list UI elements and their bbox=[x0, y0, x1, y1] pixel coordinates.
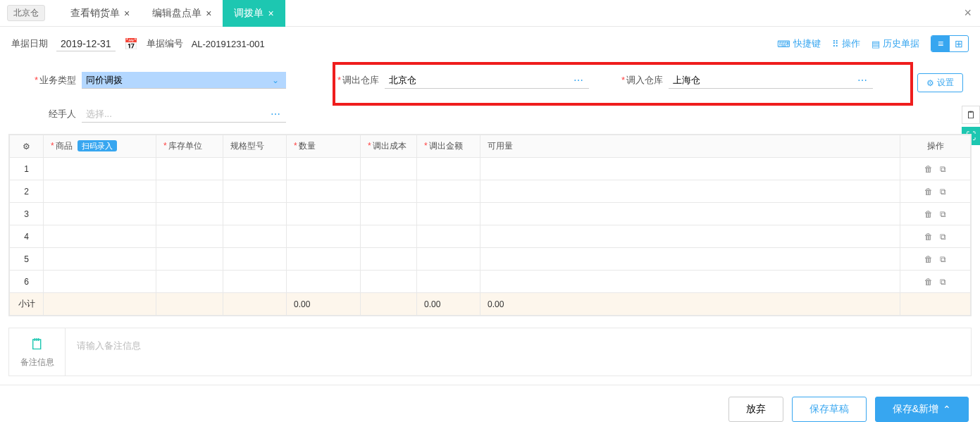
field-label: *调出仓库 bbox=[328, 74, 385, 87]
cell-spec[interactable] bbox=[223, 225, 287, 248]
docno-value: AL-20191231-001 bbox=[192, 39, 265, 49]
tab-transfer[interactable]: 调拨单 × bbox=[223, 0, 285, 27]
cell-qty[interactable] bbox=[287, 225, 361, 248]
more-icon[interactable]: ⋯ bbox=[573, 75, 584, 86]
remark-input[interactable] bbox=[66, 328, 971, 376]
cell-qty[interactable] bbox=[287, 248, 361, 271]
close-icon[interactable]: × bbox=[206, 8, 211, 19]
view-list-button[interactable]: ≡ bbox=[931, 36, 950, 51]
gear-header[interactable]: ⚙ bbox=[10, 135, 44, 158]
note-tool[interactable]: 🗒 bbox=[962, 106, 980, 124]
cell-unit[interactable] bbox=[156, 203, 223, 225]
cell-available[interactable] bbox=[480, 225, 900, 248]
save-draft-button[interactable]: 保存草稿 bbox=[792, 397, 867, 422]
cell-amount[interactable] bbox=[417, 180, 480, 203]
biz-type-input[interactable] bbox=[82, 72, 286, 89]
copy-icon[interactable]: ⧉ bbox=[940, 187, 946, 197]
cell-available[interactable] bbox=[480, 271, 900, 293]
view-grid-button[interactable]: ⊞ bbox=[950, 36, 968, 51]
cell-available[interactable] bbox=[480, 203, 900, 225]
cell-spec[interactable] bbox=[223, 158, 287, 180]
cell-unit[interactable] bbox=[156, 248, 223, 271]
chevron-down-icon[interactable]: ⌄ bbox=[272, 75, 279, 85]
cell-amount[interactable] bbox=[417, 203, 480, 225]
amount-header: *调出金额 bbox=[417, 135, 480, 158]
table-row[interactable]: 3 🗑⧉ bbox=[10, 203, 971, 225]
cell-spec[interactable] bbox=[223, 203, 287, 225]
cell-ops: 🗑⧉ bbox=[900, 158, 971, 180]
copy-icon[interactable]: ⧉ bbox=[940, 164, 946, 174]
copy-icon[interactable]: ⧉ bbox=[940, 277, 946, 287]
close-icon[interactable]: × bbox=[124, 8, 130, 19]
remark-box: 🗒 备注信息 bbox=[8, 328, 972, 376]
close-icon[interactable]: × bbox=[268, 8, 273, 19]
cell-cost[interactable] bbox=[361, 203, 417, 225]
cell-available[interactable] bbox=[480, 248, 900, 271]
delete-icon[interactable]: 🗑 bbox=[924, 164, 933, 174]
tab-edit-inventory[interactable]: 编辑盘点单 × bbox=[141, 0, 223, 27]
delete-icon[interactable]: 🗑 bbox=[924, 187, 933, 197]
history-link[interactable]: ▤历史单据 bbox=[872, 37, 919, 50]
cell-amount[interactable] bbox=[417, 158, 480, 180]
footer: 放弃 保存草稿 保存&新增⌃ bbox=[0, 385, 980, 422]
cell-product[interactable] bbox=[44, 248, 156, 271]
date-input[interactable]: 2019-12-31 bbox=[56, 37, 116, 51]
cell-unit[interactable] bbox=[156, 225, 223, 248]
cell-product[interactable] bbox=[44, 225, 156, 248]
cell-available[interactable] bbox=[480, 180, 900, 203]
cell-cost[interactable] bbox=[361, 225, 417, 248]
copy-icon[interactable]: ⧉ bbox=[940, 232, 946, 242]
table-row[interactable]: 1 🗑⧉ bbox=[10, 158, 971, 180]
cell-product[interactable] bbox=[44, 180, 156, 203]
discard-button[interactable]: 放弃 bbox=[728, 397, 783, 422]
shortcut-link[interactable]: ⌨快捷键 bbox=[777, 37, 821, 50]
warehouse-tag[interactable]: 北京仓 bbox=[7, 5, 45, 21]
cell-spec[interactable] bbox=[223, 248, 287, 271]
row-index: 1 bbox=[10, 158, 44, 180]
cell-spec[interactable] bbox=[223, 271, 287, 293]
cell-unit[interactable] bbox=[156, 180, 223, 203]
cell-product[interactable] bbox=[44, 271, 156, 293]
table-row[interactable]: 4 🗑⧉ bbox=[10, 225, 971, 248]
field-label: *业务类型 bbox=[25, 74, 82, 87]
operate-link[interactable]: ⠿操作 bbox=[832, 37, 860, 50]
cell-available[interactable] bbox=[480, 158, 900, 180]
cell-qty[interactable] bbox=[287, 158, 361, 180]
table-row[interactable]: 5 🗑⧉ bbox=[10, 248, 971, 271]
cell-cost[interactable] bbox=[361, 271, 417, 293]
in-warehouse-input[interactable] bbox=[669, 72, 873, 89]
cell-cost[interactable] bbox=[361, 180, 417, 203]
cell-amount[interactable] bbox=[417, 248, 480, 271]
close-icon[interactable]: × bbox=[964, 6, 972, 20]
more-icon[interactable]: ⋯ bbox=[857, 75, 868, 86]
calendar-icon[interactable]: 📅 bbox=[124, 37, 138, 51]
cell-qty[interactable] bbox=[287, 271, 361, 293]
copy-icon[interactable]: ⧉ bbox=[940, 209, 946, 219]
cell-unit[interactable] bbox=[156, 158, 223, 180]
cell-qty[interactable] bbox=[287, 203, 361, 225]
cell-product[interactable] bbox=[44, 158, 156, 180]
cell-qty[interactable] bbox=[287, 180, 361, 203]
document-icon: ▤ bbox=[872, 39, 880, 49]
cell-amount[interactable] bbox=[417, 225, 480, 248]
copy-icon[interactable]: ⧉ bbox=[940, 254, 946, 264]
cell-spec[interactable] bbox=[223, 180, 287, 203]
cell-cost[interactable] bbox=[361, 158, 417, 180]
more-icon[interactable]: ⋯ bbox=[271, 108, 281, 120]
tab-view-sales[interactable]: 查看销货单 × bbox=[59, 0, 141, 27]
cell-unit[interactable] bbox=[156, 271, 223, 293]
settings-button[interactable]: ⚙设置 bbox=[917, 73, 963, 92]
cell-cost[interactable] bbox=[361, 248, 417, 271]
delete-icon[interactable]: 🗑 bbox=[924, 277, 933, 287]
scan-badge[interactable]: 扫码录入 bbox=[77, 140, 117, 151]
table-row[interactable]: 6 🗑⧉ bbox=[10, 271, 971, 293]
delete-icon[interactable]: 🗑 bbox=[924, 254, 933, 264]
handler-input[interactable] bbox=[82, 106, 286, 123]
cell-product[interactable] bbox=[44, 203, 156, 225]
save-new-button[interactable]: 保存&新增⌃ bbox=[875, 397, 969, 422]
out-warehouse-input[interactable] bbox=[385, 72, 589, 89]
table-row[interactable]: 2 🗑⧉ bbox=[10, 180, 971, 203]
delete-icon[interactable]: 🗑 bbox=[924, 209, 933, 219]
cell-amount[interactable] bbox=[417, 271, 480, 293]
delete-icon[interactable]: 🗑 bbox=[924, 232, 933, 242]
